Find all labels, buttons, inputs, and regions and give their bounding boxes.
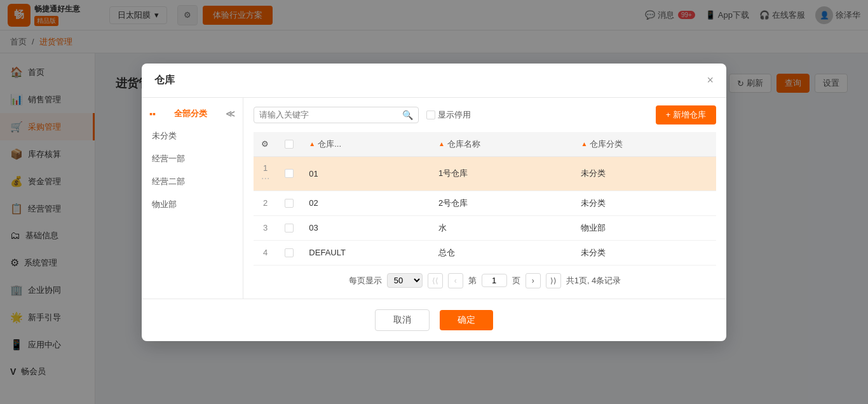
total-info: 共1页, 4条记录 bbox=[566, 275, 621, 286]
row-checkbox-cell bbox=[277, 215, 301, 240]
cat-item-dept1[interactable]: 经营一部 bbox=[142, 147, 243, 170]
row-num-label: 3 bbox=[263, 223, 268, 232]
prev-page-button[interactable]: ‹ bbox=[448, 273, 463, 288]
modal-title: 仓库 bbox=[154, 74, 175, 87]
search-input[interactable] bbox=[259, 110, 398, 119]
warehouse-table: ⚙ ▲ 仓库... bbox=[254, 132, 716, 266]
row-checkbox[interactable] bbox=[285, 169, 294, 178]
modal-close-button[interactable]: × bbox=[707, 74, 714, 86]
next-page-button[interactable]: › bbox=[526, 273, 541, 288]
show-disabled-label: 显示停用 bbox=[438, 109, 471, 121]
row-num-label: 2 bbox=[263, 198, 268, 208]
row-name: 总仓 bbox=[431, 240, 573, 265]
row-category: 物业部 bbox=[573, 215, 716, 240]
show-disabled-toggle[interactable]: 显示停用 bbox=[426, 109, 471, 121]
table-row[interactable]: 1 ··· 01 1号仓库 未分类 bbox=[254, 156, 716, 191]
more-dots-icon[interactable]: ··· bbox=[261, 173, 269, 184]
modal-body: ▪▪ 全部分类 ≪ 未分类 经营一部 经营二部 物业部 🔍 bbox=[142, 98, 726, 299]
row-checkbox-cell bbox=[277, 240, 301, 265]
row-name: 1号仓库 bbox=[431, 156, 573, 191]
row-category: 未分类 bbox=[573, 156, 716, 191]
page-number-input[interactable] bbox=[482, 274, 507, 287]
select-all-checkbox[interactable] bbox=[285, 140, 294, 149]
row-checkbox[interactable] bbox=[285, 248, 294, 257]
category-header-label: 全部分类 bbox=[174, 108, 207, 119]
th-category: ▲ 仓库分类 bbox=[573, 132, 716, 157]
th-category-label: 仓库分类 bbox=[590, 138, 623, 150]
gear-col-icon[interactable]: ⚙ bbox=[261, 139, 269, 149]
row-category: 未分类 bbox=[573, 191, 716, 215]
sort-code-icon: ▲ bbox=[309, 140, 315, 147]
warehouse-modal: 仓库 × ▪▪ 全部分类 ≪ 未分类 经营一部 经营二部 物业部 bbox=[142, 64, 726, 341]
th-name-label: 仓库名称 bbox=[447, 138, 480, 150]
th-name: ▲ 仓库名称 bbox=[431, 132, 573, 157]
search-box: 🔍 bbox=[254, 107, 419, 123]
collapse-icon[interactable]: ≪ bbox=[226, 109, 235, 119]
show-disabled-checkbox[interactable] bbox=[426, 111, 435, 119]
row-checkbox-cell bbox=[277, 156, 301, 191]
modal-footer: 取消 确定 bbox=[142, 299, 726, 341]
per-page-label: 每页显示 bbox=[349, 275, 382, 286]
sort-cat-icon: ▲ bbox=[581, 140, 587, 147]
page-unit: 页 bbox=[512, 275, 520, 286]
row-checkbox[interactable] bbox=[285, 224, 294, 232]
cat-item-property[interactable]: 物业部 bbox=[142, 193, 243, 216]
row-name: 水 bbox=[431, 215, 573, 240]
th-code-label: 仓库... bbox=[318, 138, 341, 150]
row-checkbox[interactable] bbox=[285, 199, 294, 208]
table-area: 🔍 显示停用 + 新增仓库 ⚙ bbox=[243, 98, 726, 299]
row-code: 03 bbox=[301, 215, 431, 240]
row-settings: 2 bbox=[254, 191, 277, 215]
per-page-select[interactable]: 50 10 20 100 bbox=[387, 273, 423, 288]
row-num-label: 4 bbox=[263, 248, 268, 257]
th-settings: ⚙ bbox=[254, 132, 277, 157]
modal-header: 仓库 × bbox=[142, 64, 726, 98]
th-checkbox bbox=[277, 132, 301, 157]
th-code: ▲ 仓库... bbox=[301, 132, 431, 157]
first-page-button[interactable]: ⟨⟨ bbox=[428, 273, 443, 288]
category-header: ▪▪ 全部分类 ≪ bbox=[142, 103, 243, 125]
row-code: DEFAULT bbox=[301, 240, 431, 265]
table-toolbar: 🔍 显示停用 + 新增仓库 bbox=[254, 105, 716, 125]
page-label: 第 bbox=[468, 275, 477, 286]
cat-item-unclassified[interactable]: 未分类 bbox=[142, 125, 243, 147]
pagination-row: 每页显示 50 10 20 100 ⟨⟨ ‹ 第 页 › ⟩⟩ 共1页, 4条记… bbox=[254, 266, 716, 291]
row-settings: 4 bbox=[254, 240, 277, 265]
add-warehouse-button[interactable]: + 新增仓库 bbox=[656, 105, 716, 125]
row-num-label: 1 bbox=[263, 163, 268, 173]
row-settings: 1 ··· bbox=[254, 156, 277, 191]
row-checkbox-cell bbox=[277, 191, 301, 215]
table-row[interactable]: 4 DEFAULT 总仓 未分类 bbox=[254, 240, 716, 265]
last-page-button[interactable]: ⟩⟩ bbox=[546, 273, 561, 288]
row-settings: 3 bbox=[254, 215, 277, 240]
cat-item-dept2[interactable]: 经营二部 bbox=[142, 170, 243, 193]
cancel-button[interactable]: 取消 bbox=[375, 309, 430, 331]
row-code: 02 bbox=[301, 191, 431, 215]
row-name: 2号仓库 bbox=[431, 191, 573, 215]
category-sidebar: ▪▪ 全部分类 ≪ 未分类 经营一部 经营二部 物业部 bbox=[142, 98, 243, 299]
table-row[interactable]: 2 02 2号仓库 未分类 bbox=[254, 191, 716, 215]
table-row[interactable]: 3 03 水 物业部 bbox=[254, 215, 716, 240]
sort-name-icon: ▲ bbox=[438, 140, 445, 147]
grid-icon: ▪▪ bbox=[149, 109, 156, 119]
row-category: 未分类 bbox=[573, 240, 716, 265]
confirm-button[interactable]: 确定 bbox=[440, 310, 493, 330]
row-code: 01 bbox=[301, 156, 431, 191]
search-icon: 🔍 bbox=[402, 110, 413, 120]
modal-overlay[interactable]: 仓库 × ▪▪ 全部分类 ≪ 未分类 经营一部 经营二部 物业部 bbox=[0, 0, 868, 404]
